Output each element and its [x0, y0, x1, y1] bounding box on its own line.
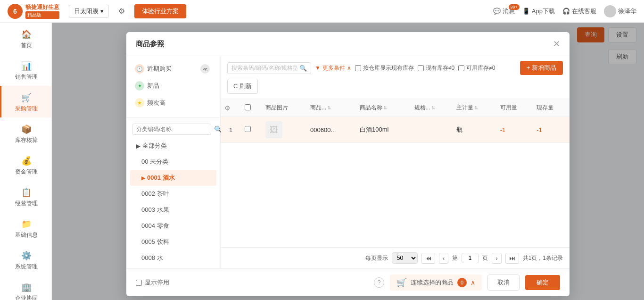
- category-0002[interactable]: 0002 茶叶: [130, 186, 216, 202]
- row-available-cell: -1: [496, 117, 533, 143]
- cart-count: 0: [457, 278, 467, 287]
- modal-close-btn[interactable]: ✕: [553, 39, 560, 49]
- col-available: 可用量: [496, 99, 533, 117]
- category-0008[interactable]: 0008 水: [130, 250, 216, 264]
- operations-icon: 📋: [21, 187, 32, 198]
- col-unit: 主计量⇅: [453, 99, 496, 117]
- product-search-box: 🔍: [227, 62, 311, 74]
- select-all-checkbox[interactable]: [245, 104, 251, 110]
- col-code: 商品...⇅: [306, 99, 356, 117]
- cancel-btn[interactable]: 取消: [487, 275, 520, 291]
- category-all[interactable]: ▶ 全部分类: [130, 138, 216, 154]
- sidebar-item-purchase[interactable]: 🛒 采购管理: [0, 86, 51, 117]
- left-panel-tabs: 🕐 近期购买 ≪ ✦ 新品 ★ 频次高: [126, 61, 220, 111]
- col-name: 商品名称⇅: [356, 99, 411, 117]
- more-filter-btn[interactable]: ▼ 更多条件 ∧: [315, 64, 351, 72]
- pagination-total: 共1页，1条记录: [523, 254, 563, 262]
- message-icon: 💬: [493, 8, 501, 15]
- frequent-icon: ★: [135, 98, 144, 108]
- finance-icon: 💰: [21, 156, 32, 166]
- collapse-btn[interactable]: ≪: [200, 64, 210, 74]
- sidebar-item-finance[interactable]: 💰 资金管理: [0, 149, 51, 181]
- expand-icon: ▶: [136, 142, 140, 150]
- store-selector[interactable]: 日太阳膜 ▾: [69, 5, 109, 18]
- logo-icon: 6: [8, 4, 23, 19]
- avatar: [604, 5, 616, 17]
- tab-frequent[interactable]: ★ 频次高: [130, 95, 216, 111]
- user-avatar[interactable]: 徐泽华: [604, 5, 636, 17]
- modal-title: 商品参照: [136, 40, 164, 49]
- last-page-btn[interactable]: ⏭: [505, 253, 519, 264]
- product-table: ⚙ 商品图片 商品...⇅ 商品名称⇅ 规格...⇅ 主计量⇅ 可用量 现存量: [221, 99, 570, 143]
- row-code-cell: 000600...: [306, 117, 356, 143]
- modal-body: 🕐 近期购买 ≪ ✦ 新品 ★ 频次高: [126, 56, 570, 268]
- help-icon[interactable]: ?: [374, 277, 384, 288]
- cart-collapse-icon[interactable]: ∧: [471, 279, 475, 286]
- top-right-area: 💬 消息 99+ 📱 App下载 🎧 在线客服 徐泽华: [493, 5, 636, 17]
- experience-btn[interactable]: 体验行业方案: [134, 4, 186, 18]
- stock-ne0-input[interactable]: [418, 65, 424, 71]
- category-0004[interactable]: 0004 零食: [130, 218, 216, 234]
- refresh-btn[interactable]: C 刷新: [227, 79, 258, 94]
- col-settings: ⚙: [221, 99, 241, 117]
- modal-footer: 显示停用 ? 🛒 连续选择的商品 0 ∧ 取消 确定: [126, 268, 570, 296]
- next-page-btn[interactable]: ›: [492, 253, 501, 264]
- cart-icon: 🛒: [396, 277, 407, 288]
- row-spec-cell: [411, 117, 453, 143]
- sidebar-item-inventory[interactable]: 📦 库存核算: [0, 117, 51, 149]
- sidebar-item-sales[interactable]: 📊 销售管理: [0, 54, 51, 86]
- tab-new-products[interactable]: ✦ 新品: [130, 78, 216, 94]
- row-checkbox[interactable]: [245, 126, 251, 132]
- message-btn[interactable]: 💬 消息 99+: [493, 7, 515, 16]
- product-search-input[interactable]: [231, 65, 297, 71]
- page-number-input[interactable]: [462, 253, 479, 263]
- sidebar-item-operations[interactable]: 📋 经营管理: [0, 181, 51, 212]
- per-page-select[interactable]: 50 10 20 100: [392, 252, 418, 264]
- main-layout: 🏠 首页 📊 销售管理 🛒 采购管理 📦 库存核算 💰 资金管理 📋 经营管理 …: [0, 23, 644, 300]
- col-spec: 规格...⇅: [411, 99, 453, 117]
- stock-ne0-checkbox[interactable]: 现有库存≠0: [418, 64, 454, 72]
- product-search-icon[interactable]: 🔍: [299, 65, 307, 72]
- service-btn[interactable]: 🎧 在线客服: [562, 7, 596, 16]
- modal-header: 商品参照 ✕: [126, 32, 570, 56]
- table-row[interactable]: 1 🖼 000600... 白酒100ml 瓶: [221, 117, 570, 143]
- sales-icon: 📊: [21, 61, 32, 71]
- left-panel: 🕐 近期购买 ≪ ✦ 新品 ★ 频次高: [126, 56, 221, 268]
- warehouse-checkbox-input[interactable]: [355, 65, 361, 71]
- topbar: 6 畅捷通好生意 精品版 日太阳膜 ▾ ⚙ 体验行业方案 💬 消息 99+ 📱 …: [0, 0, 644, 23]
- pagination: 每页显示 50 10 20 100 ⏮ ‹ 第 页: [221, 247, 570, 268]
- purchase-icon: 🛒: [21, 92, 32, 103]
- available-ne0-input[interactable]: [458, 65, 464, 71]
- available-ne0-checkbox[interactable]: 可用库存≠0: [458, 64, 495, 72]
- product-image: 🖼: [265, 121, 282, 138]
- confirm-btn[interactable]: 确定: [525, 275, 560, 290]
- home-icon: 🏠: [21, 29, 32, 40]
- divider: [126, 117, 220, 118]
- warehouse-display-checkbox[interactable]: 按仓库显示现有库存: [355, 64, 414, 72]
- sidebar-item-enterprise[interactable]: 🏢 企业协同: [0, 275, 51, 300]
- category-0005[interactable]: 0005 饮料: [130, 234, 216, 250]
- add-product-btn[interactable]: + 新增商品: [520, 61, 563, 75]
- sidebar-item-basic-info[interactable]: 📁 基础信息: [0, 212, 51, 244]
- table-settings-icon[interactable]: ⚙: [224, 104, 231, 112]
- category-0003[interactable]: 0003 水果: [130, 202, 216, 218]
- sidebar-item-system[interactable]: ⚙️ 系统管理: [0, 244, 51, 275]
- sidebar-item-home[interactable]: 🏠 首页: [0, 23, 51, 54]
- filter-up-icon: ∧: [347, 65, 351, 71]
- disabled-checkbox-input[interactable]: [136, 280, 142, 286]
- right-panel: 🔍 ▼ 更多条件 ∧ 按仓库显示现有库存: [221, 56, 570, 268]
- col-checkbox: [241, 99, 261, 117]
- product-toolbar: 🔍 ▼ 更多条件 ∧ 按仓库显示现有库存: [221, 56, 570, 99]
- prev-page-btn[interactable]: ‹: [439, 253, 448, 264]
- tab-recent-purchase[interactable]: 🕐 近期购买 ≪: [130, 61, 216, 77]
- settings-icon[interactable]: ⚙: [115, 4, 129, 18]
- display-disabled-checkbox[interactable]: 显示停用: [136, 278, 169, 287]
- category-search-input[interactable]: [132, 124, 211, 135]
- first-page-btn[interactable]: ⏮: [421, 253, 435, 264]
- category-0001[interactable]: ▶ 0001 酒水: [130, 170, 216, 186]
- row-stock-cell: -1: [533, 117, 570, 143]
- category-00[interactable]: 00 未分类: [130, 154, 216, 170]
- cart-area[interactable]: 🛒 连续选择的商品 0 ∧: [390, 275, 482, 291]
- category-search-row: 🔍: [126, 121, 220, 138]
- app-download-btn[interactable]: 📱 App下载: [522, 7, 555, 16]
